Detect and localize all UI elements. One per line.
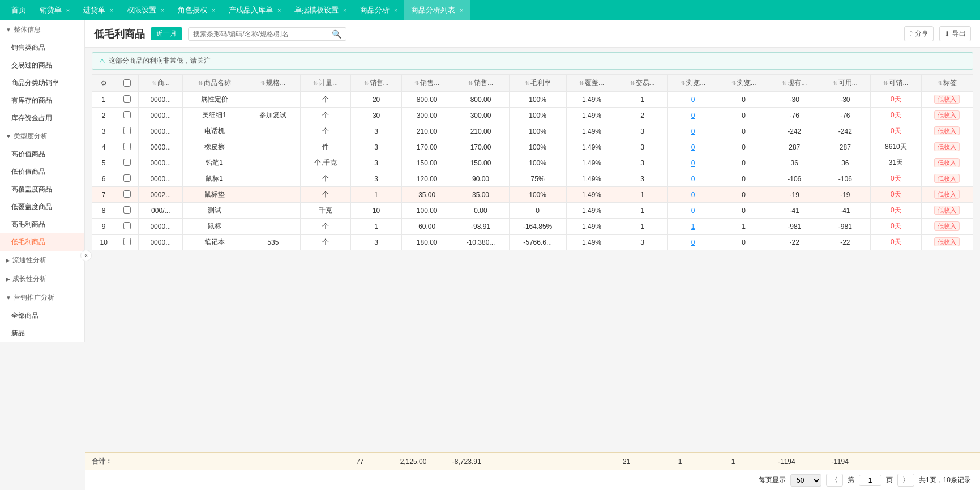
cell-checkbox[interactable] bbox=[115, 92, 139, 108]
row-checkbox[interactable] bbox=[123, 174, 131, 182]
col-sale-qty[interactable]: ⇅销售... bbox=[351, 75, 402, 92]
browse1-link[interactable]: 0 bbox=[691, 175, 695, 183]
select-all-checkbox[interactable] bbox=[123, 79, 131, 87]
sidebar-group-type-analysis[interactable]: ▼ 类型度分析 bbox=[0, 127, 84, 146]
nav-template-settings[interactable]: 单据模板设置 × bbox=[288, 0, 353, 20]
cell-browse1[interactable]: 0 bbox=[667, 92, 718, 108]
browse1-link[interactable]: 0 bbox=[691, 238, 695, 246]
cell-checkbox[interactable] bbox=[115, 108, 139, 123]
sort-icon[interactable]: ⇅ bbox=[782, 80, 786, 86]
sort-icon[interactable]: ⇅ bbox=[681, 80, 685, 86]
next-page-button[interactable]: 〉 bbox=[897, 474, 914, 487]
col-available[interactable]: ⇅可用... bbox=[820, 75, 871, 92]
col-tag[interactable]: ⇅标签 bbox=[921, 75, 973, 92]
sidebar-item-new-products[interactable]: 新品 bbox=[0, 325, 84, 342]
cell-checkbox[interactable] bbox=[115, 139, 139, 155]
col-spec[interactable]: ⇅规格... bbox=[246, 75, 300, 92]
sidebar-item-stock-capital[interactable]: 库存资金占用 bbox=[0, 109, 84, 127]
cell-checkbox[interactable] bbox=[115, 235, 139, 250]
row-checkbox[interactable] bbox=[123, 143, 131, 150]
col-gross-rate[interactable]: ⇅毛利率 bbox=[509, 75, 566, 92]
cell-browse1[interactable]: 0 bbox=[667, 235, 718, 250]
close-icon[interactable]: × bbox=[394, 7, 397, 14]
sidebar-item-high-coverage[interactable]: 高覆盖度商品 bbox=[0, 181, 84, 198]
cell-checkbox[interactable] bbox=[115, 123, 139, 139]
row-checkbox[interactable] bbox=[123, 190, 131, 198]
sidebar-item-low-coverage[interactable]: 低覆盖度商品 bbox=[0, 198, 84, 216]
sort-icon[interactable]: ⇅ bbox=[731, 80, 736, 86]
row-checkbox[interactable] bbox=[123, 222, 131, 229]
sidebar-group-growth[interactable]: ▶ 成长性分析 bbox=[0, 270, 84, 288]
close-icon[interactable]: × bbox=[161, 7, 164, 14]
close-icon[interactable]: × bbox=[110, 7, 113, 14]
sidebar-item-high-value[interactable]: 高价值商品 bbox=[0, 146, 84, 163]
col-name[interactable]: ⇅商品名称 bbox=[183, 75, 246, 92]
sidebar-item-sales-products[interactable]: 销售类商品 bbox=[0, 39, 84, 57]
sidebar-item-traded-products[interactable]: 交易过的商品 bbox=[0, 57, 84, 74]
sidebar-item-stocked-products[interactable]: 有库存的商品 bbox=[0, 92, 84, 109]
col-saleable[interactable]: ⇅可销... bbox=[871, 75, 922, 92]
sort-icon[interactable]: ⇅ bbox=[260, 80, 265, 86]
sort-icon[interactable]: ⇅ bbox=[525, 80, 529, 86]
row-checkbox[interactable] bbox=[123, 238, 131, 245]
col-browse2[interactable]: ⇅浏览... bbox=[718, 75, 769, 92]
export-button[interactable]: ⬇ 导出 bbox=[939, 26, 971, 41]
col-browse1[interactable]: ⇅浏览... bbox=[667, 75, 718, 92]
sort-icon[interactable]: ⇅ bbox=[833, 80, 837, 86]
sort-icon[interactable]: ⇅ bbox=[198, 80, 203, 86]
prev-page-button[interactable]: 〈 bbox=[826, 474, 843, 487]
row-checkbox[interactable] bbox=[123, 95, 131, 103]
browse1-link[interactable]: 1 bbox=[691, 223, 695, 231]
sidebar-item-all-products[interactable]: 全部商品 bbox=[0, 307, 84, 325]
sidebar-group-overall[interactable]: ▼ 整体信息 bbox=[0, 20, 84, 39]
browse1-link[interactable]: 0 bbox=[691, 191, 695, 199]
share-button[interactable]: ⤴ 分享 bbox=[904, 26, 934, 41]
row-checkbox[interactable] bbox=[123, 206, 131, 214]
browse1-link[interactable]: 0 bbox=[691, 112, 695, 120]
nav-sales-order[interactable]: 销货单 × bbox=[33, 0, 76, 20]
sidebar-item-category-rate[interactable]: 商品分类助销率 bbox=[0, 74, 84, 92]
col-coverage[interactable]: ⇅覆盖... bbox=[566, 75, 617, 92]
close-icon[interactable]: × bbox=[66, 7, 70, 14]
cell-browse1[interactable]: 0 bbox=[667, 171, 718, 187]
col-sale-amount[interactable]: ⇅销售... bbox=[452, 75, 509, 92]
col-trade[interactable]: ⇅交易... bbox=[617, 75, 668, 92]
row-checkbox[interactable] bbox=[123, 159, 131, 166]
col-code[interactable]: ⇅商... bbox=[139, 75, 183, 92]
cell-browse1[interactable]: 0 bbox=[667, 108, 718, 123]
cell-checkbox[interactable] bbox=[115, 219, 139, 235]
cell-browse1[interactable]: 0 bbox=[667, 155, 718, 171]
sidebar-item-low-value[interactable]: 低价值商品 bbox=[0, 163, 84, 181]
sort-icon[interactable]: ⇅ bbox=[152, 80, 156, 86]
row-checkbox[interactable] bbox=[123, 127, 131, 134]
sort-icon[interactable]: ⇅ bbox=[630, 80, 635, 86]
search-icon[interactable]: 🔍 bbox=[332, 29, 341, 39]
col-sale-price[interactable]: ⇅销售... bbox=[401, 75, 452, 92]
sidebar-item-low-margin[interactable]: 低毛利商品 bbox=[0, 233, 84, 251]
col-checkbox[interactable] bbox=[115, 75, 139, 92]
cell-browse1[interactable]: 0 bbox=[667, 203, 718, 219]
nav-product-analysis-list[interactable]: 商品分析列表 × bbox=[404, 0, 470, 20]
close-icon[interactable]: × bbox=[343, 7, 346, 14]
filter-recent-month-button[interactable]: 近一月 bbox=[151, 27, 182, 40]
sort-icon[interactable]: ⇅ bbox=[364, 80, 369, 86]
col-current-stock[interactable]: ⇅现有... bbox=[769, 75, 820, 92]
close-icon[interactable]: × bbox=[212, 7, 215, 14]
cell-browse1[interactable]: 0 bbox=[667, 139, 718, 155]
sidebar-item-high-margin[interactable]: 高毛利商品 bbox=[0, 216, 84, 233]
settings-icon[interactable]: ⚙ bbox=[101, 79, 107, 87]
cell-checkbox[interactable] bbox=[115, 203, 139, 219]
browse1-link[interactable]: 0 bbox=[691, 207, 695, 215]
sort-icon[interactable]: ⇅ bbox=[883, 80, 888, 86]
nav-role-auth[interactable]: 角色授权 × bbox=[171, 0, 222, 20]
col-unit[interactable]: ⇅计量... bbox=[300, 75, 351, 92]
browse1-link[interactable]: 0 bbox=[691, 143, 695, 151]
sort-icon[interactable]: ⇅ bbox=[468, 80, 473, 86]
sort-icon[interactable]: ⇅ bbox=[313, 80, 318, 86]
sort-icon[interactable]: ⇅ bbox=[579, 80, 584, 86]
page-input[interactable] bbox=[859, 475, 881, 486]
browse1-link[interactable]: 0 bbox=[691, 127, 695, 135]
sidebar-group-marketing[interactable]: ▼ 营销推广分析 bbox=[0, 288, 84, 307]
sidebar-collapse-button[interactable]: « bbox=[80, 250, 92, 261]
browse1-link[interactable]: 0 bbox=[691, 96, 695, 104]
